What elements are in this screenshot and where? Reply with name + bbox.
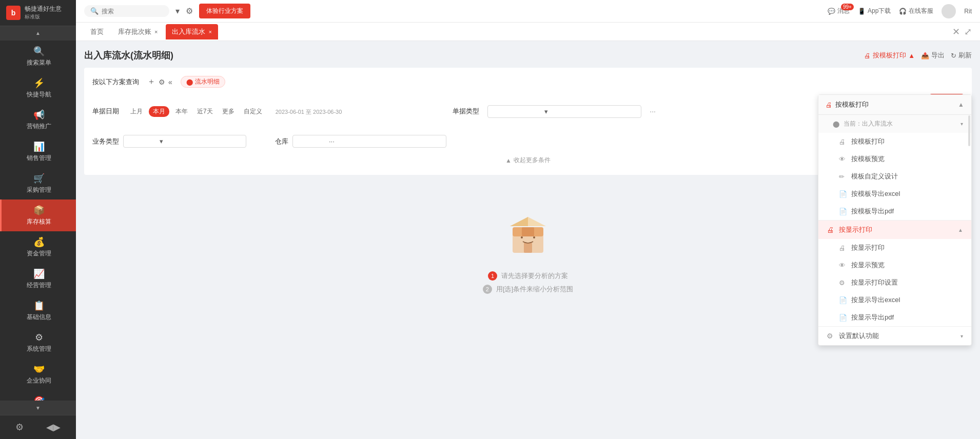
sales-icon: 📊 <box>33 141 45 152</box>
settings-bottom-icon[interactable]: ⚙ <box>15 422 24 433</box>
tab-close-all-icon[interactable]: ✕ <box>952 26 960 37</box>
sidebar-item-quicknav[interactable]: ⚡ 快捷导航 <box>0 72 76 104</box>
date-range-label: 2023-06-01 至 2023-06-30 <box>276 108 342 116</box>
sidebar-item-sales[interactable]: 📊 销售管理 <box>0 136 76 168</box>
template-print-button[interactable]: 🖨 按模板打印 ▲ <box>864 51 915 60</box>
sidebar-item-inventory[interactable]: 📦 库存核算 <box>0 199 76 231</box>
filter-action-buttons: ＋ ⚙ « <box>147 76 172 87</box>
sidebar-scroll-up[interactable]: ▲ <box>0 28 76 38</box>
doc-type-more[interactable]: ··· <box>650 107 656 115</box>
sidebar-item-system[interactable]: ⚙ 系统管理 <box>0 327 76 358</box>
biz-type-field: 业务类型 ▾ <box>92 135 246 148</box>
sidebar-item-guide[interactable]: 🎯 新手引导 <box>0 390 76 401</box>
dropdown-display-export-excel[interactable]: 📄 按显示导出excel <box>818 291 971 309</box>
dropdown-display-print-section-header[interactable]: 🖨 按显示打印 ▲ <box>818 221 971 239</box>
dropdown-display-print[interactable]: 🖨 按显示打印 <box>818 239 971 256</box>
page-area: 出入库流水(流水明细) 🖨 按模板打印 ▲ 📤 导出 ↻ 刷新 <box>76 41 980 439</box>
topbar: 🔍 ▾ ⚙ 体验行业方案 💬 消息 99+ 📱 App下载 🎧 <box>76 0 980 23</box>
svg-rect-5 <box>524 243 532 253</box>
headset-icon: 🎧 <box>899 8 907 15</box>
finance-icon: 💰 <box>33 236 45 248</box>
export-button[interactable]: 📤 导出 <box>921 51 945 60</box>
brand-name: 畅捷通好生意 <box>25 5 62 13</box>
app-download-button[interactable]: 📱 App下载 <box>858 7 891 15</box>
sidebar-item-purchase[interactable]: 🛒 采购管理 <box>0 168 76 199</box>
dropdown-template-print[interactable]: 🖨 按模板打印 <box>818 133 971 150</box>
topbar-right: 💬 消息 99+ 📱 App下载 🎧 在线客服 Rit <box>828 4 972 18</box>
industry-solution-button[interactable]: 体验行业方案 <box>199 4 250 18</box>
warehouse-more[interactable]: ··· <box>329 137 335 145</box>
sidebar-item-operation[interactable]: 📈 经营管理 <box>0 263 76 295</box>
sidebar-logo: b 畅捷通好生意 标准版 <box>0 0 76 26</box>
dropdown-template-export-pdf[interactable]: 📄 按模板导出pdf <box>818 203 971 220</box>
date-custom[interactable]: 自定义 <box>241 106 265 117</box>
empty-tip-1: 1 请先选择要分析的方案 <box>488 271 568 281</box>
date-this-year[interactable]: 本年 <box>172 106 191 117</box>
date-7days[interactable]: 近7天 <box>194 106 216 117</box>
tab-home[interactable]: 首页 <box>84 24 110 39</box>
svg-point-7 <box>533 236 535 238</box>
date-this-month[interactable]: 本月 <box>149 106 169 117</box>
tip-number-1: 1 <box>488 271 497 281</box>
topbar-gear-icon[interactable]: ▾ <box>175 6 180 16</box>
dropdown-template-preview[interactable]: 👁 按模板预览 <box>818 150 971 168</box>
refresh-icon: ↻ <box>951 52 956 59</box>
dropdown-template-export-excel[interactable]: 📄 按模板导出excel <box>818 185 971 203</box>
sidebar-item-marketing[interactable]: 📢 营销推广 <box>0 104 76 136</box>
guide-icon: 🎯 <box>33 395 45 401</box>
warehouse-select[interactable]: ··· <box>292 135 446 148</box>
dropdown-display-preview[interactable]: 👁 按显示预览 <box>818 256 971 274</box>
display-settings-icon: ⚙ <box>839 279 847 287</box>
logo-icon: b <box>6 6 21 20</box>
doc-type-select[interactable]: ▾ <box>487 105 641 118</box>
dropdown-display-export-pdf[interactable]: 📄 按显示导出pdf <box>818 309 971 326</box>
display-print-section-arrow: ▲ <box>958 227 963 233</box>
sidebar-item-search[interactable]: 🔍 搜索菜单 <box>0 41 76 72</box>
sidebar-item-basic[interactable]: 📋 基础信息 <box>0 295 76 327</box>
search-input[interactable] <box>102 8 163 15</box>
page-right-actions: 🖨 按模板打印 ▲ 📤 导出 ↻ 刷新 <box>864 51 972 60</box>
tab-batch-account[interactable]: 库存批次账 × <box>112 24 164 39</box>
display-print-icon: 🖨 <box>839 244 847 252</box>
sidebar-scroll-down[interactable]: ▼ <box>0 403 76 413</box>
sidebar-item-finance[interactable]: 💰 资金管理 <box>0 231 76 263</box>
dropdown-template-custom[interactable]: ✏ 模板自定义设计 <box>818 168 971 185</box>
empty-state-illustration <box>502 212 554 263</box>
export-icon: 📤 <box>921 52 929 59</box>
filter-collapse-button[interactable]: « <box>168 78 172 86</box>
notification-button[interactable]: 💬 消息 99+ <box>828 7 850 15</box>
filter-add-button[interactable]: ＋ <box>147 76 155 87</box>
tab-inout-flow-close[interactable]: × <box>208 29 211 35</box>
refresh-button[interactable]: ↻ 刷新 <box>951 51 972 60</box>
filter-tag-label: 流水明细 <box>195 77 220 86</box>
current-arrow-icon: ▾ <box>961 121 963 127</box>
tab-expand-icon[interactable]: ⤢ <box>964 26 972 37</box>
biz-type-select[interactable]: ▾ <box>123 135 246 148</box>
online-service-button[interactable]: 🎧 在线客服 <box>899 7 933 15</box>
template-custom-icon: ✏ <box>839 173 847 181</box>
template-excel-icon: 📄 <box>839 190 847 198</box>
svg-point-6 <box>521 236 523 238</box>
template-preview-icon: 👁 <box>839 155 847 163</box>
phone-icon: 📱 <box>858 8 866 15</box>
date-more[interactable]: 更多 <box>219 106 238 117</box>
current-icon: ⬤ <box>833 121 839 128</box>
sidebar-item-collab[interactable]: 🤝 企业协同 <box>0 358 76 390</box>
date-last-month[interactable]: 上月 <box>127 106 146 117</box>
filter-gear-button[interactable]: ⚙ <box>159 78 165 86</box>
dropdown-display-print-settings[interactable]: ⚙ 按显示打印设置 <box>818 274 971 291</box>
chevron-up-icon: ▲ <box>908 52 915 59</box>
topbar-search-box[interactable]: 🔍 <box>84 5 169 17</box>
empty-tip-2: 2 用[选]条件来缩小分析范围 <box>483 285 573 294</box>
dropdown-footer[interactable]: ⚙ 设置默认功能 ▾ <box>818 326 971 345</box>
dropdown-scrollbar[interactable] <box>968 115 970 325</box>
topbar-settings-icon[interactable]: ⚙ <box>186 6 193 16</box>
tabs-bar: 首页 库存批次账 × 出入库流水 × ✕ ⤢ <box>76 23 980 41</box>
dropdown-current-label[interactable]: ⬤ 当前：出入库流水 ▾ <box>818 115 971 133</box>
collapse-sidebar-icon[interactable]: ◀▶ <box>46 422 61 433</box>
tab-inout-flow[interactable]: 出入库流水 × <box>166 24 218 39</box>
template-print-icon: 🖨 <box>839 138 847 146</box>
avatar[interactable] <box>942 4 956 18</box>
filter-active-tag[interactable]: ⬤ 流水明细 <box>181 76 225 88</box>
tab-batch-account-close[interactable]: × <box>154 29 158 35</box>
